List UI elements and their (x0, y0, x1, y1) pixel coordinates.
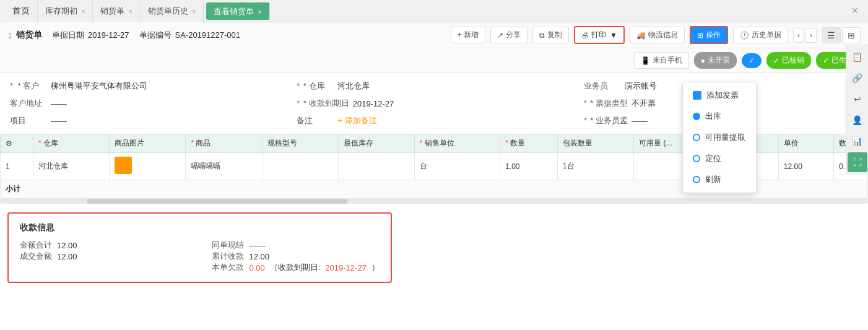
add-invoice-icon (693, 91, 701, 100)
col-quantity: * 数量 (500, 134, 558, 153)
main-content: ↕ 销货单 单据日期 2019-12-27 单据编号 SA-20191227-0… (0, 22, 868, 330)
copy-icon: ⧉ (539, 31, 545, 40)
payment-col-right: 同单现结 —— 累计收款 12.00 本单欠款 0.00 （收款到期日: 201… (212, 240, 379, 273)
address-label: 客户地址 (10, 98, 47, 109)
available-extract-icon (693, 134, 700, 141)
total-value: 12.00 (57, 241, 77, 250)
copy-label: 复制 (547, 30, 562, 40)
tab-sales-history[interactable]: 销货单历史 × (141, 0, 204, 22)
cumulative-row: 累计收款 12.00 (212, 251, 379, 262)
staff-value: 演示账号 (625, 80, 657, 92)
product-image (115, 157, 132, 174)
same-settlement-label: 同单现结 (212, 240, 244, 251)
col-product: * 商品 (186, 134, 262, 153)
right-icon-5[interactable]: 📊 (848, 131, 867, 151)
grid-view-button[interactable]: ⊞ (842, 27, 861, 43)
add-invoice-item[interactable]: 添加发票 (683, 85, 756, 106)
new-button[interactable]: + 新增 (451, 27, 485, 43)
customer-value: 柳州粤港平安气体有限公司 (51, 80, 147, 92)
transaction-value: 12.00 (57, 252, 77, 261)
history-button[interactable]: 🕐 历史单据 (733, 27, 788, 43)
right-icon-3[interactable]: ↩ (848, 89, 867, 109)
table-scrollbar[interactable] (0, 199, 868, 204)
print-button[interactable]: 🖨 打印 ▼ (574, 26, 625, 44)
col-unit-price: 单价 (778, 134, 833, 153)
payment-grid: 金额合计 12.00 成交金额 12.00 同单现结 —— 累计收款 12.00 (20, 240, 380, 273)
right-icon-1[interactable]: 📋 (848, 47, 867, 67)
scrollbar-thumb[interactable] (87, 199, 347, 204)
sales-order-icon: ↕ (7, 30, 12, 41)
tab-view-sales-close[interactable]: × (258, 8, 261, 15)
tab-bar-close-button[interactable]: × (846, 4, 863, 17)
locate-icon (693, 155, 700, 162)
operations-label: 操作 (706, 30, 721, 40)
number-value: SA-20191227-001 (175, 30, 241, 40)
history-icon: 🕐 (740, 31, 749, 40)
row-min-stock (338, 153, 414, 180)
available-extract-label: 可用量提取 (705, 132, 745, 143)
col-product-img: 商品图片 (110, 134, 186, 153)
refresh-icon (693, 176, 700, 183)
col-sales-unit: * 销售单位 (414, 134, 500, 153)
available-extract-item[interactable]: 可用量提取 (683, 127, 756, 148)
print-dropdown-arrow[interactable]: ▼ (610, 31, 617, 40)
tab-home[interactable]: 首页 (5, 0, 38, 22)
share-label: 分享 (506, 30, 521, 40)
from-phone-button[interactable]: 📱 来自手机 (634, 52, 689, 69)
effective-icon: ✓ (823, 56, 829, 65)
address-value: —— (51, 99, 67, 108)
locate-item[interactable]: 定位 (683, 148, 756, 169)
tab-inventory[interactable]: 库存期初 × (38, 0, 93, 22)
warehouse-field: * * 仓库 河北仓库 (297, 80, 571, 92)
ticket-icon: ● (701, 56, 705, 65)
cancelled-button[interactable]: ✓ 已核销 (766, 52, 811, 69)
copy-button[interactable]: ⧉ 复制 (532, 27, 569, 43)
tab-inventory-label: 库存期初 (45, 6, 77, 17)
project-value: —— (51, 116, 67, 126)
tab-sales-label: 销货单 (100, 6, 124, 17)
total-label: 金额合计 (20, 240, 52, 251)
confirm-icon: ✓ (749, 56, 755, 65)
logistics-label: 物流信息 (648, 30, 678, 40)
row-spec (262, 153, 338, 180)
col-settings[interactable]: ⚙ (1, 134, 33, 153)
refresh-item[interactable]: 刷新 (683, 169, 756, 190)
tab-view-sales-label: 查看销货单 (214, 6, 254, 17)
right-icon-expand[interactable]: ⛶ (848, 152, 867, 172)
share-button[interactable]: ↗ 分享 (490, 27, 527, 43)
tab-inventory-close[interactable]: × (81, 7, 85, 15)
col-warehouse: * 仓库 (33, 134, 110, 153)
overdue-note: （收款到期日: (270, 262, 321, 273)
outbound-item[interactable]: 出库 (683, 106, 756, 127)
unopened-button[interactable]: ● 未开票 (694, 52, 737, 69)
add-note-button[interactable]: 添加备注 (337, 115, 376, 126)
add-invoice-label: 添加发票 (706, 90, 739, 101)
form-number-meta: 单据编号 SA-20191227-001 (139, 30, 241, 41)
confirm-button[interactable]: ✓ (742, 53, 762, 68)
tab-view-sales[interactable]: 查看销货单 × (206, 2, 269, 20)
tab-sales-history-close[interactable]: × (192, 7, 196, 15)
customer-field: * * 客户 柳州粤港平安气体有限公司 (10, 80, 284, 92)
row-pack-qty: 1台 (558, 153, 634, 180)
ticket-type-value: 不开票 (631, 98, 656, 109)
logistics-button[interactable]: 🚚 物流信息 (630, 27, 685, 43)
logistics-icon: 🚚 (636, 31, 646, 40)
prev-record-button[interactable]: ‹ (793, 28, 804, 43)
operations-button[interactable]: ⊞ 操作 (690, 26, 728, 44)
row-index: 1 (1, 153, 33, 180)
list-view-button[interactable]: ☰ (822, 27, 841, 43)
payment-info-box: 收款信息 金额合计 12.00 成交金额 12.00 同单现结 —— 累计收款 (7, 212, 392, 283)
next-record-button[interactable]: › (805, 28, 817, 43)
warehouse-value: 河北仓库 (337, 80, 370, 92)
overdue-label: 本单欠款 (212, 262, 244, 273)
right-icon-4[interactable]: 👤 (848, 110, 867, 130)
locate-label: 定位 (705, 153, 721, 164)
history-label: 历史单据 (752, 30, 781, 40)
right-icon-2[interactable]: 🔗 (848, 68, 867, 88)
right-icon-panel: 📋 🔗 ↩ 👤 📊 ⛶ (846, 45, 868, 175)
date-value: 2019-12-27 (88, 30, 129, 40)
tab-sales[interactable]: 销货单 × (93, 0, 140, 22)
print-label: 打印 (591, 30, 606, 40)
tab-sales-history-label: 销货单历史 (148, 6, 188, 17)
tab-sales-close[interactable]: × (128, 7, 132, 15)
